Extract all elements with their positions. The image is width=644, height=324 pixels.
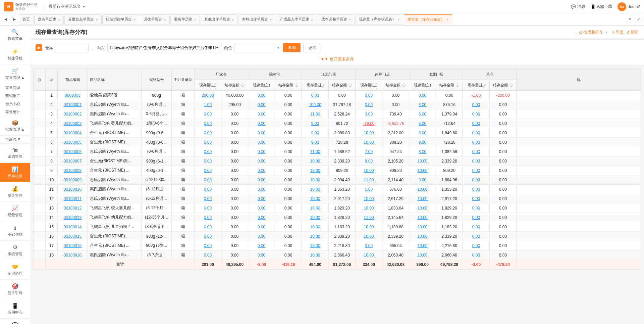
sidebar-item-17[interactable]: 📱应用中心	[0, 299, 30, 319]
tab-item-2[interactable]: 分量盘点单历史×	[64, 14, 101, 25]
tab-item-0[interactable]: 首页	[19, 14, 34, 25]
zc-amt-info-icon[interactable]: ⓘ	[509, 83, 513, 87]
tab-item-10[interactable]: 现存量（库存状况表）×	[355, 14, 403, 25]
jb-amt-info-icon[interactable]: ⓘ	[348, 83, 352, 87]
top-bar-right: 💬 消息 📱 App下载 Ea demo2	[571, 2, 640, 11]
tab-item-4[interactable]: 调拨单历史×	[140, 14, 169, 25]
tab-item-11[interactable]: 现存量（库存分布表）×	[404, 14, 452, 25]
settings-btn[interactable]: 设置	[303, 43, 321, 52]
tab-close-10[interactable]: ×	[397, 17, 399, 21]
message-btn[interactable]: 💬 消息	[571, 4, 585, 9]
color-input[interactable]	[234, 43, 274, 52]
download-icon: 📱	[591, 4, 596, 9]
sidebar-item-13[interactable]: ℹ基础信息	[0, 221, 30, 241]
tab-close-5[interactable]: ×	[194, 17, 196, 21]
warehouse-more-btn[interactable]: ...	[91, 45, 95, 50]
th-row-num: #	[46, 69, 58, 91]
user-area[interactable]: Ea demo2	[618, 2, 640, 11]
app-download-btn[interactable]: 📱 App下载	[591, 4, 612, 9]
tab-item-5[interactable]: 要货单历史×	[170, 14, 200, 25]
sidebar-item-7[interactable]: 📦批发管理 ▲	[0, 116, 30, 136]
th-na-qty: 现存量(主)	[356, 80, 382, 91]
sidebar-item-0[interactable]: 🔍搜索英单	[0, 26, 30, 45]
sidebar-item-14[interactable]: ⚙系统管理	[0, 241, 30, 260]
cf-amt-info-icon[interactable]: ⓘ	[241, 83, 245, 87]
tab-item-3[interactable]: 组装拆卸单历史×	[102, 14, 139, 25]
tab-close-6[interactable]: ×	[232, 17, 234, 21]
tab-close-all-btn[interactable]: ✕	[626, 16, 633, 23]
sidebar-item-11[interactable]: 💰资金管理	[0, 182, 30, 202]
export-btn[interactable]: ↗ 导出	[611, 30, 624, 35]
th-cf-amt: 结存金额 ⓘ	[221, 80, 248, 91]
tab-close-8[interactable]: ×	[311, 17, 313, 21]
na-amt-info-icon[interactable]: ⓘ	[402, 83, 406, 87]
th-cf-qty: 现存量(主)	[195, 80, 221, 91]
tab-close-3[interactable]: ×	[133, 17, 136, 21]
tab-item-9[interactable]: 成本调整单历史×	[318, 14, 355, 25]
settings-icon[interactable]: ⚙	[37, 77, 42, 83]
table-row: 6 00100005 合生元 (BIOSTIME) ... 400g (0-6.…	[34, 138, 641, 147]
top-bar-left: 好 畅捷通好生意 标准版 母婴行业演示陈套 ▼	[4, 2, 86, 11]
table-row: 13 00100012 飞鹤星飞帆 较大婴儿配... (6-12个月... 箱 …	[34, 203, 641, 213]
th-name: 商品名称	[88, 69, 142, 91]
refresh-icon: ↺	[626, 30, 630, 35]
sidebar-item-16[interactable]: 🎯新手引导	[0, 280, 30, 299]
th-group-xian: 现	[517, 69, 641, 91]
print-icon: 🖨	[578, 30, 582, 35]
warehouse-input[interactable]	[55, 43, 89, 52]
sidebar-item-8[interactable]: 电商管理	[0, 136, 30, 144]
sidebar-item-6[interactable]: 零售统计	[0, 108, 30, 116]
tab-close-7[interactable]: ×	[270, 17, 272, 21]
tab-expand-btn[interactable]: ⤢	[635, 16, 642, 23]
th-group-na: 南岸门店	[356, 69, 409, 80]
cc-amt-info-icon[interactable]: ⓘ	[295, 83, 298, 87]
tab-prev-btn[interactable]: ◀	[2, 16, 9, 23]
message-icon: 💬	[571, 4, 576, 9]
warehouse-filter: 仓库 ...	[45, 43, 95, 52]
sidebar-item-1[interactable]: ⚡快捷导航	[0, 45, 30, 64]
tab-item-7[interactable]: 材料出库单历史×	[238, 14, 275, 25]
tab-item-8[interactable]: 产成品入库单历史×	[276, 14, 317, 25]
page-header: 现存量查询(库存分布) 🖨 按模版打印 ▼ ↗ 导出 ↺ 刷新	[30, 26, 644, 40]
sidebar-item-10[interactable]: 📊库存核算	[0, 163, 30, 182]
table-row: 12 00100011 惠氏启膳 (Wyeth illu... (6-12月适.…	[34, 194, 641, 203]
th-spec: 规格型号	[142, 69, 172, 91]
sidebar-item-12[interactable]: 📈经营管理	[0, 202, 30, 221]
tab-close-1[interactable]: ×	[58, 17, 60, 21]
sidebar-item-5[interactable]: 会员中心	[0, 100, 30, 108]
tab-item-6[interactable]: 其他出库单历史×	[201, 14, 237, 25]
sidebar-item-3[interactable]: 零售商城	[0, 84, 30, 92]
inventory-table: ⚙ # 商品编码 商品名称 规格型号 主计量单位 厂家仓 陈村仓 江北门店 南岸…	[33, 69, 641, 269]
table-scroll[interactable]: ⚙ # 商品编码 商品名称 规格型号 主计量单位 厂家仓 陈村仓 江北门店 南岸…	[33, 69, 641, 269]
logo-area: 好 畅捷通好生意 标准版	[4, 2, 38, 11]
th-jb-amt: 结存金额 ⓘ	[329, 80, 356, 91]
print-btn[interactable]: 🖨 按模版打印 ▼	[578, 30, 608, 35]
refresh-btn[interactable]: ↺ 刷新	[626, 30, 639, 35]
sidebar-item-2[interactable]: 🛒零售管理 ▲	[0, 64, 30, 84]
th-cc-qty: 现存量(主)	[248, 80, 275, 91]
sidebar-item-15[interactable]: 🤝企业协同	[0, 260, 30, 280]
yb-amt-info-icon[interactable]: ⓘ	[456, 83, 459, 87]
sidebar-item-18[interactable]: 💬企业微信	[0, 319, 30, 324]
avatar: Ea	[618, 2, 626, 11]
tab-next-btn[interactable]: ▶	[11, 16, 18, 23]
goods-input[interactable]	[107, 43, 221, 52]
tab-close-2[interactable]: ×	[96, 17, 98, 21]
table-row: 15 00100014 飞鹤星飞帆 儿童奶粉 4... (3-6岁适用... 箱…	[34, 222, 641, 232]
table-container: ⚙ # 商品编码 商品名称 规格型号 主计量单位 厂家仓 陈村仓 江北门店 南岸…	[33, 68, 641, 270]
tab-close-11[interactable]: ×	[446, 17, 448, 21]
tab-close-4[interactable]: ×	[164, 17, 166, 21]
export-icon: ↗	[611, 30, 614, 35]
sidebar-item-4[interactable]: 营销推广	[0, 92, 30, 100]
tab-close-9[interactable]: ×	[349, 17, 351, 21]
th-zc-qty: 现存量(主)	[463, 80, 490, 91]
color-dropdown-icon[interactable]: ▼	[276, 45, 280, 50]
search-btn[interactable]: 查询	[283, 43, 301, 52]
tab-item-1[interactable]: 盘点单历史×	[34, 14, 64, 25]
expand-conditions-btn[interactable]: ▼▼ 展开更多条件	[320, 56, 354, 62]
industry-selector[interactable]: 母婴行业演示陈套 ▼	[49, 4, 86, 9]
expand-filter-btn[interactable]: ▶	[36, 44, 42, 51]
page-title: 现存量查询(库存分布)	[36, 29, 88, 36]
sidebar-item-9[interactable]: 🛍采购管理	[0, 144, 30, 163]
th-group-zc: 总仓	[463, 69, 517, 80]
